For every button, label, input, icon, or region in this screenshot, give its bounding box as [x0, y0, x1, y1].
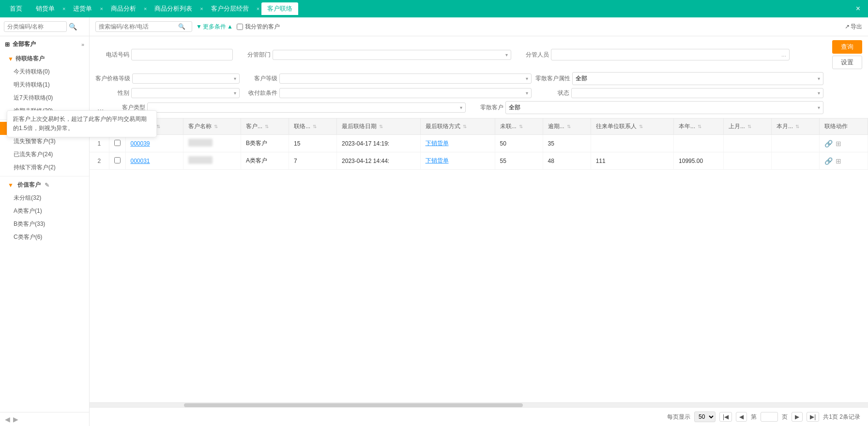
tab-product-analysis-list[interactable]: 商品分析列表 ×: [149, 2, 203, 15]
scroll-thumb[interactable]: [184, 403, 523, 407]
status-select[interactable]: ▾: [571, 88, 823, 98]
sidebar-item-lost[interactable]: 已流失客户(24): [0, 148, 89, 161]
sidebar-item-ungroup[interactable]: 未分组(32): [0, 191, 89, 205]
row2-code[interactable]: 000031: [125, 152, 183, 170]
close-segment-tab[interactable]: ×: [257, 6, 259, 12]
search-icon[interactable]: 🔍: [178, 23, 185, 30]
tab-customer-segment[interactable]: 客户分层经营 ×: [205, 2, 259, 15]
first-page-btn[interactable]: |◀: [719, 412, 732, 422]
row2-last-method[interactable]: 下销货单: [420, 152, 495, 170]
tab-customer-contact[interactable]: 客户联络 ×: [261, 2, 303, 15]
edit-icon[interactable]: ✎: [45, 182, 49, 189]
sidebar-item-b-class[interactable]: B类客户(33): [0, 218, 89, 231]
my-customer-checkbox[interactable]: [237, 24, 243, 30]
sort-person-icon: ⇅: [639, 124, 643, 129]
row2-checkbox-cell[interactable]: [109, 152, 125, 170]
th-overdue[interactable]: 逾期... ⇅: [543, 118, 591, 135]
sidebar-item-declining[interactable]: 持续下滑客户(2): [0, 161, 89, 174]
sort-overdue-icon: ⇅: [567, 124, 571, 129]
row1-last-date: 2023-04-17 14:19:: [337, 135, 421, 152]
sidebar: 🔍 ⊞ 全部客户 » ▼ 待联络客户 今天待联络(0) 明天待联络(1) 近7天…: [0, 17, 90, 426]
retail-customer-chevron-down-icon: ▾: [818, 105, 820, 110]
row2-link-icon[interactable]: 🔗: [824, 157, 833, 165]
my-customer-checkbox-label[interactable]: 我分管的客户: [237, 23, 280, 31]
th-last-method[interactable]: 最后联络方式 ⇅: [420, 118, 495, 135]
th-name[interactable]: 客户名称 ⇅: [183, 118, 241, 135]
tab-sales-order[interactable]: 销货单 ×: [30, 2, 65, 15]
sidebar-item-7days[interactable]: 近7天待联络(0): [0, 91, 89, 104]
tab-purchase-order[interactable]: 进货单 ×: [67, 2, 103, 15]
row2-name[interactable]: [183, 152, 241, 170]
sidebar-left-arrow[interactable]: ◀: [5, 415, 10, 423]
page-label-suffix: 页: [782, 413, 788, 421]
row2-checkbox[interactable]: [114, 157, 121, 163]
next-page-btn[interactable]: ▶: [792, 412, 803, 422]
gender-select[interactable]: ▾: [131, 88, 240, 98]
row2-grid-icon[interactable]: ⊞: [836, 157, 841, 165]
sidebar-item-today[interactable]: 今天待联络(0): [0, 65, 89, 78]
row2-last-date: 2023-04-12 14:44:: [337, 152, 421, 170]
all-customers-header[interactable]: ⊞ 全部客户 »: [0, 36, 89, 52]
sidebar-item-a-class[interactable]: A类客户(1): [0, 205, 89, 218]
window-close-button[interactable]: ×: [852, 4, 864, 13]
close-contact-tab[interactable]: ×: [300, 6, 303, 12]
payment-select[interactable]: ▾: [279, 88, 532, 98]
row1-name[interactable]: [183, 135, 241, 152]
sidebar-collapse-btn[interactable]: »: [81, 42, 84, 47]
prev-page-btn[interactable]: ◀: [736, 412, 747, 422]
per-page-select[interactable]: 50: [694, 411, 716, 422]
customer-search-input[interactable]: [99, 23, 176, 30]
query-button[interactable]: 查询: [832, 40, 862, 54]
row1-grid-icon[interactable]: ⊞: [836, 140, 841, 147]
th-not-contacted[interactable]: 未联... ⇅: [495, 118, 543, 135]
price-level-select[interactable]: ▾: [132, 73, 240, 84]
th-last-month[interactable]: 上月... ⇅: [723, 118, 771, 135]
customer-type-select[interactable]: ▾: [147, 103, 465, 113]
close-purchase-tab[interactable]: ×: [100, 6, 103, 12]
close-product-list-tab[interactable]: ×: [200, 6, 203, 12]
payment-field: 收付款条件 ▾: [244, 88, 532, 98]
customer-level-select[interactable]: ▾: [279, 73, 532, 84]
pending-contact-title[interactable]: ▼ 待联络客户: [0, 52, 89, 65]
th-contact-person[interactable]: 往来单位联系人 ⇅: [591, 118, 673, 135]
row1-contact-person: [591, 135, 673, 152]
retail-attr-chevron-down-icon: ▾: [818, 76, 820, 81]
filter-row-1: 电话号码 分管部门 ▾ 分管人员 ...: [95, 40, 862, 69]
category-search-icon[interactable]: 🔍: [69, 23, 77, 30]
horizontal-scrollbar[interactable]: [90, 402, 868, 407]
settings-button[interactable]: 设置: [832, 56, 862, 69]
more-conditions-btn[interactable]: ▼ 更多条件 ▲: [196, 23, 233, 31]
sort-year-icon: ⇅: [698, 124, 701, 129]
tooltip-box: 距客户上次交易时长，超过了此客户的平均交易周期的1.5倍，则视为异常。: [7, 110, 157, 137]
th-level[interactable]: 客户... ⇅: [241, 118, 289, 135]
row2-last-month: [723, 152, 771, 170]
row1-link-icon[interactable]: 🔗: [824, 140, 833, 147]
dept-select[interactable]: ▾: [273, 50, 511, 60]
close-sales-tab[interactable]: ×: [62, 6, 65, 12]
last-page-btn[interactable]: ▶|: [807, 412, 819, 422]
sidebar-item-tomorrow[interactable]: 明天待联络(1): [0, 78, 89, 91]
th-this-month[interactable]: 本月... ⇅: [771, 118, 819, 135]
th-this-year[interactable]: 本年... ⇅: [674, 118, 724, 135]
tab-homepage[interactable]: 首页: [4, 2, 28, 15]
th-action: 联络动作: [819, 118, 868, 135]
th-contact-count[interactable]: 联络... ⇅: [289, 118, 337, 135]
row1-checkbox[interactable]: [114, 140, 121, 146]
phone-input[interactable]: [131, 49, 233, 60]
chevron-up-icon: ▲: [227, 23, 233, 30]
row1-last-method[interactable]: 下销货单: [420, 135, 495, 152]
page-number-input[interactable]: 1: [761, 412, 778, 422]
gender-field: 性别 ▾: [95, 88, 240, 98]
value-customer-title[interactable]: ▼ 价值客户 ✎: [0, 178, 89, 191]
retail-attr-select[interactable]: 全部 ▾: [572, 72, 823, 85]
search-box: 🔍: [95, 21, 192, 32]
tab-product-analysis[interactable]: 商品分析 ×: [105, 2, 147, 15]
category-search-input[interactable]: [4, 21, 67, 32]
export-button[interactable]: ↗ 导出: [845, 23, 862, 31]
sidebar-item-c-class[interactable]: C类客户(6): [0, 231, 89, 244]
retail-customer-select[interactable]: 全部 ▾: [505, 101, 823, 114]
close-product-analysis-tab[interactable]: ×: [144, 6, 147, 12]
th-last-date[interactable]: 最后联络日期 ⇅: [337, 118, 421, 135]
sidebar-right-arrow[interactable]: ▶: [13, 415, 18, 423]
manager-select[interactable]: ...: [551, 49, 790, 60]
